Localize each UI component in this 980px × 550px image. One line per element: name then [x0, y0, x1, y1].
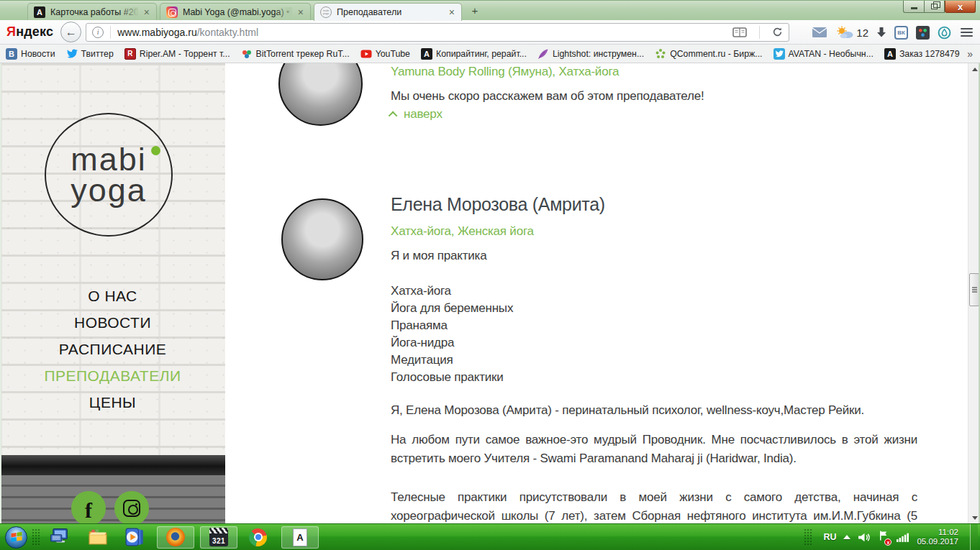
start-button[interactable]	[5, 526, 27, 549]
bookmark-qcomment[interactable]: QComment.ru - Бирж...	[655, 48, 762, 60]
teacher-intro: Я и моя практика	[391, 249, 486, 263]
restore-button[interactable]	[924, 1, 945, 13]
bookmark-label: Riper.AM - Торрент т...	[140, 49, 230, 59]
instagram-link[interactable]	[114, 491, 149, 523]
back-to-top-link[interactable]: наверх	[391, 107, 443, 122]
logo-green-dot	[151, 146, 160, 155]
practices-list: Хатха-йога Йога для беременных Пранаяма …	[391, 283, 513, 386]
vk-extension-icon[interactable]: ВК	[894, 26, 908, 40]
hidden-icons-button[interactable]	[843, 535, 850, 539]
navigation-toolbar: Яндекс ← i www.mabiyoga.ru/kontakty.html…	[0, 20, 980, 45]
bookmark-rutracker[interactable]: BitTorrent трекер RuT...	[241, 48, 350, 60]
media-player-app[interactable]	[125, 528, 145, 546]
arrow-up-icon	[972, 68, 978, 71]
explorer-app[interactable]	[88, 528, 108, 546]
menu-item-about[interactable]: О НАС	[88, 288, 137, 305]
favicon-text: yoga	[323, 12, 330, 15]
menu-item-prices[interactable]: ЦЕНЫ	[89, 394, 136, 411]
taskbar-separator	[32, 528, 40, 546]
chrome-app[interactable]	[249, 528, 267, 546]
firefox-taskbar-button[interactable]	[157, 526, 194, 549]
yandex-logo[interactable]: Яндекс	[6, 24, 53, 40]
action-center-flag-icon[interactable]: x	[879, 530, 889, 544]
bookmark-advego[interactable]: АКопирайтинг, рерайт...	[421, 48, 527, 60]
bookmark-twitter[interactable]: Твиттер	[66, 48, 114, 60]
arrow-down-icon	[972, 516, 978, 520]
twitter-icon	[66, 48, 78, 60]
windows-taskbar: 321 А RU x 11:02 05.09.2017	[0, 523, 980, 550]
menu-item-schedule[interactable]: РАСПИСАНИЕ	[59, 341, 166, 358]
weather-widget[interactable]: 12	[835, 26, 868, 39]
chrome-icon	[249, 528, 267, 546]
advego-icon: А	[884, 48, 896, 60]
bookmark-zakaz[interactable]: АЗаказ 12784796 / 190....	[884, 48, 960, 60]
advego-favicon-icon: А	[34, 6, 45, 18]
bio-paragraph: На любом пути самое важное-это мудрый Пр…	[391, 431, 917, 468]
tab-advego-work[interactable]: А Карточка работы #20097636 ×	[27, 3, 157, 21]
close-tab-icon[interactable]: ×	[143, 7, 150, 17]
download-icon[interactable]	[876, 27, 886, 38]
bookmark-label: AVATAN - Необычн...	[789, 49, 874, 59]
bookmarks-overflow-icon[interactable]: »	[967, 48, 974, 60]
bio-paragraph: Телесные практики присутствовали в моей …	[391, 488, 917, 523]
firefox-icon	[166, 528, 185, 546]
close-tab-icon[interactable]: ×	[297, 7, 304, 17]
site-menu: О НАС НОВОСТИ РАСПИСАНИЕ ПРЕПОДАВАТЕЛИ Ц…	[0, 288, 225, 411]
close-button[interactable]: x	[945, 1, 976, 13]
bookmark-label: BitTorrent трекер RuT...	[256, 49, 350, 59]
frigate-extension-icon[interactable]	[938, 26, 951, 40]
reload-icon[interactable]	[772, 27, 783, 37]
show-desktop-button[interactable]	[970, 524, 978, 550]
bookmark-label: Новости	[21, 49, 55, 59]
minimize-icon	[911, 7, 917, 9]
instagram-favicon-icon	[166, 6, 178, 18]
site-info-icon[interactable]: i	[92, 27, 104, 38]
facebook-icon: f	[85, 498, 92, 523]
menu-item-teachers[interactable]: ПРЕПОДАВАТЕЛИ	[44, 367, 181, 385]
teacher-specialties-link[interactable]: Хатха-йога, Женская йога	[391, 224, 534, 239]
reader-mode-icon[interactable]	[732, 27, 747, 37]
url-text[interactable]: www.mabiyoga.ru/kontakty.html	[117, 27, 258, 38]
klite-taskbar-button[interactable]: 321	[200, 526, 237, 549]
menu-item-news[interactable]: НОВОСТИ	[74, 314, 151, 331]
alert-badge-icon: x	[884, 538, 891, 546]
close-tab-icon[interactable]: ×	[448, 7, 455, 17]
back-to-top-label: наверх	[404, 107, 443, 122]
remote-desktop-app[interactable]	[50, 528, 69, 546]
tab-teachers[interactable]: mabi yoga Преподаватели ×	[314, 3, 462, 21]
minimize-button[interactable]	[903, 1, 924, 13]
avatan-bird-icon	[773, 48, 785, 60]
bookmark-youtube[interactable]: YouTube	[360, 48, 410, 60]
address-bar[interactable]: i www.mabiyoga.ru/kontakty.html	[86, 23, 789, 42]
teacher-specialties-link[interactable]: Yamuna Body Rolling (Ямуна), Хатха-йога	[391, 65, 619, 79]
language-indicator[interactable]: RU	[823, 532, 836, 542]
new-tab-button[interactable]: +	[466, 4, 484, 19]
url-path: /kontakty.html	[197, 27, 258, 38]
bookmark-label: Твиттер	[81, 49, 114, 59]
mail-icon[interactable]	[812, 27, 827, 37]
scrollbar-thumb[interactable]	[969, 273, 979, 306]
taskbar-clock[interactable]: 11:02 05.09.2017	[917, 528, 958, 546]
tab-instagram[interactable]: Mabi Yoga (@mabi.yoga) • Фот ×	[160, 3, 311, 21]
network-signal-icon[interactable]	[897, 533, 909, 542]
facebook-link[interactable]: f	[71, 491, 106, 523]
teacher-note: Мы очень скоро расскажем вам об этом пре…	[391, 89, 704, 104]
back-button[interactable]: ←	[60, 22, 81, 42]
weather-icon	[835, 26, 854, 39]
bookmark-avatan[interactable]: AVATAN - Необычн...	[773, 48, 874, 60]
bookmark-label: YouTube	[376, 49, 410, 59]
rds-extension-icon[interactable]	[916, 26, 930, 40]
menu-icon[interactable]	[959, 25, 974, 40]
bookmark-lightshot[interactable]: Lightshot: инструмен...	[537, 48, 644, 60]
tab-title: Карточка работы #20097636	[50, 7, 138, 17]
tab-title: Преподаватели	[337, 7, 443, 17]
divider	[759, 26, 760, 39]
practice-item: Медитация	[391, 352, 513, 369]
volume-icon[interactable]	[858, 532, 871, 543]
bookmark-riper[interactable]: RRiper.AM - Торрент т...	[124, 48, 230, 60]
advego-taskbar-button[interactable]: А	[281, 526, 319, 549]
mabi-yoga-logo[interactable]: mabi yoga	[45, 113, 173, 237]
url-domain: www.mabiyoga.ru	[117, 27, 197, 38]
bookmark-novosti[interactable]: ВНовости	[6, 48, 55, 60]
bio-paragraph: Я, Елена Морозова (Амрита) - перинатальн…	[391, 403, 917, 418]
